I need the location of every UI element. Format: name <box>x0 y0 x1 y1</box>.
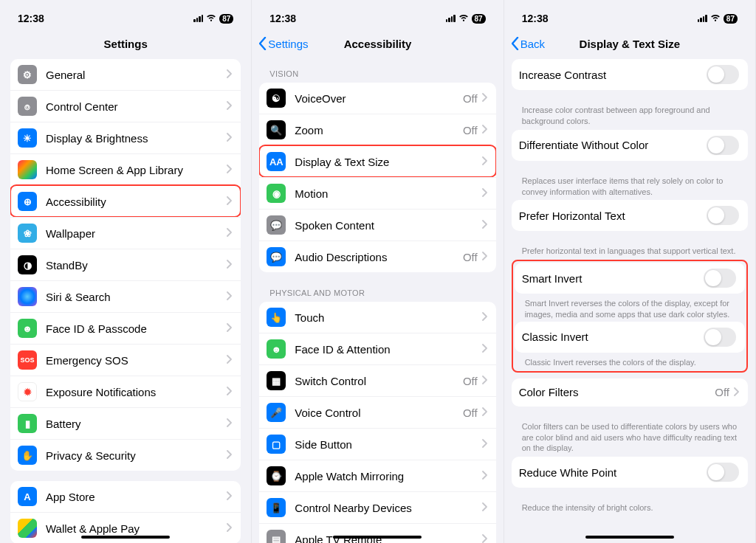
display-brightness-icon: ☀ <box>18 128 37 148</box>
vision-group: ☯ VoiceOver Off 🔍 Zoom Off AA Display & … <box>259 83 495 272</box>
row-standby[interactable]: ◑ StandBy <box>10 249 241 280</box>
row-app-store[interactable]: A App Store <box>10 481 241 512</box>
row-control-nearby-devices[interactable]: 📱 Control Nearby Devices <box>259 491 495 523</box>
row-value: Off <box>463 92 478 105</box>
row-wallpaper[interactable]: ❀ Wallpaper <box>10 217 241 249</box>
row-label: Apple Watch Mirroring <box>295 470 481 483</box>
row-display-brightness[interactable]: ☀ Display & Brightness <box>10 122 241 153</box>
row-general[interactable]: ⚙ General <box>10 59 241 90</box>
back-button[interactable]: Back <box>512 37 545 50</box>
wallet-applepay-icon <box>18 519 37 538</box>
home-indicator[interactable] <box>585 536 674 539</box>
row-accessibility[interactable]: ⊕ Accessibility <box>10 185 241 217</box>
row-label: Switch Control <box>295 375 463 387</box>
row-control-center[interactable]: ⌾ Control Center <box>10 90 241 122</box>
invert-highlight-block: Smart Invert Smart Invert reverses the c… <box>512 260 748 373</box>
chevron-right-icon <box>482 124 487 136</box>
control-center-icon: ⌾ <box>18 97 37 116</box>
faceid-attention-icon: ☻ <box>267 339 286 359</box>
home-indicator[interactable] <box>333 536 422 539</box>
exposure-notifications-icon: ✹ <box>18 382 37 401</box>
row-label: Emergency SOS <box>46 354 227 367</box>
row-voiceover[interactable]: ☯ VoiceOver Off <box>259 83 495 114</box>
row-label: Battery <box>46 418 227 430</box>
row-label: StandBy <box>46 259 227 272</box>
row-reduce-white-point[interactable]: Reduce White Point <box>512 457 748 488</box>
row-spoken-content[interactable]: 💬 Spoken Content <box>259 209 495 241</box>
row-home-screen[interactable]: Home Screen & App Library <box>10 153 241 185</box>
toggle-increase-contrast[interactable] <box>707 65 739 84</box>
side-button-icon: ▢ <box>267 435 286 454</box>
row-label: Spoken Content <box>295 219 481 232</box>
row-classic-invert[interactable]: Classic Invert <box>515 322 745 353</box>
row-touch[interactable]: 👆 Touch <box>259 302 495 333</box>
row-label: Accessibility <box>46 196 227 208</box>
toggle-classic-invert[interactable] <box>704 328 736 347</box>
row-zoom[interactable]: 🔍 Zoom Off <box>259 114 495 145</box>
row-label: Touch <box>295 311 481 324</box>
chevron-right-icon <box>227 418 232 429</box>
row-increase-contrast[interactable]: Increase Contrast <box>512 59 748 90</box>
toggle-smart-invert[interactable] <box>704 269 736 288</box>
screen-accessibility: 12:38 87 Settings Accessibility VISION ☯… <box>252 0 504 543</box>
chevron-right-icon <box>734 387 739 398</box>
row-prefer-horizontal-text[interactable]: Prefer Horizontal Text <box>512 200 748 231</box>
footer-smart-invert: Smart Invert reverses the colors of the … <box>515 294 745 322</box>
status-time: 12:38 <box>522 13 549 24</box>
chevron-right-icon <box>482 92 487 104</box>
list-prefer-horizontal-text: Prefer Horizontal Text <box>512 200 748 231</box>
row-motion[interactable]: ◉ Motion <box>259 177 495 209</box>
status-time: 12:38 <box>269 13 296 24</box>
chevron-right-icon <box>482 156 487 167</box>
toggle-reduce-white-point[interactable] <box>707 463 739 482</box>
row-label: Color Filters <box>519 386 715 398</box>
chevron-right-icon <box>482 187 487 199</box>
row-emergency-sos[interactable]: SOS Emergency SOS <box>10 344 241 376</box>
row-differentiate-without-color[interactable]: Differentiate Without Color <box>512 130 748 161</box>
row-display-text-size[interactable]: AA Display & Text Size <box>259 145 495 177</box>
row-value: Off <box>463 124 478 136</box>
list-increase-contrast: Increase Contrast <box>512 59 748 90</box>
battery-icon: 87 <box>219 14 233 24</box>
back-button[interactable]: Settings <box>259 37 308 50</box>
row-label: Face ID & Passcode <box>46 322 227 335</box>
screen-display-text-size: 12:38 87 Back Display & Text Size Increa… <box>504 0 756 543</box>
row-switch-control[interactable]: ▦ Switch Control Off <box>259 364 495 396</box>
chevron-right-icon <box>482 470 487 482</box>
toggle-prefer-horizontal-text[interactable] <box>707 206 739 225</box>
row-privacy-security[interactable]: ✋ Privacy & Security <box>10 439 241 471</box>
row-faceid-passcode[interactable]: ☻ Face ID & Passcode <box>10 312 241 344</box>
chevron-right-icon <box>227 522 232 534</box>
row-battery[interactable]: ▮ Battery <box>10 407 241 439</box>
row-voice-control[interactable]: 🎤 Voice Control Off <box>259 396 495 428</box>
chevron-right-icon <box>482 311 487 323</box>
row-siri-search[interactable]: Siri & Search <box>10 280 241 312</box>
list-color-filters: Color Filters Off <box>512 378 748 407</box>
row-label: Display & Text Size <box>295 156 481 168</box>
row-label: Siri & Search <box>46 291 227 303</box>
row-side-button[interactable]: ▢ Side Button <box>259 428 495 460</box>
battery-icon: 87 <box>472 14 486 24</box>
nav-header: Back Display & Text Size <box>504 28 755 59</box>
row-value: Off <box>463 375 478 387</box>
row-color-filters[interactable]: Color Filters Off <box>512 378 748 407</box>
wallpaper-icon: ❀ <box>18 224 37 243</box>
row-label: Privacy & Security <box>46 449 227 462</box>
row-exposure-notifications[interactable]: ✹ Exposure Notifications <box>10 376 241 407</box>
apple-watch-mirroring-icon: ⌚ <box>267 466 286 485</box>
toggle-differentiate-without-color[interactable] <box>707 136 739 155</box>
row-apple-watch-mirroring[interactable]: ⌚ Apple Watch Mirroring <box>259 460 495 491</box>
row-label: Reduce White Point <box>519 466 707 479</box>
chevron-right-icon <box>227 259 232 271</box>
row-apple-tv-remote[interactable]: ▤ Apple TV Remote <box>259 523 495 543</box>
status-bar: 12:38 87 <box>0 0 251 28</box>
row-audio-descriptions[interactable]: 💬 Audio Descriptions Off <box>259 241 495 272</box>
row-faceid-attention[interactable]: ☻ Face ID & Attention <box>259 333 495 364</box>
row-label: Prefer Horizontal Text <box>519 210 707 222</box>
switch-control-icon: ▦ <box>267 371 286 390</box>
row-label: Increase Contrast <box>519 69 707 81</box>
row-label: Motion <box>295 187 481 200</box>
home-indicator[interactable] <box>81 536 170 539</box>
row-smart-invert[interactable]: Smart Invert <box>515 263 745 294</box>
screen-settings: 12:38 87 Settings ⚙ General ⌾ Control Ce… <box>0 0 252 543</box>
